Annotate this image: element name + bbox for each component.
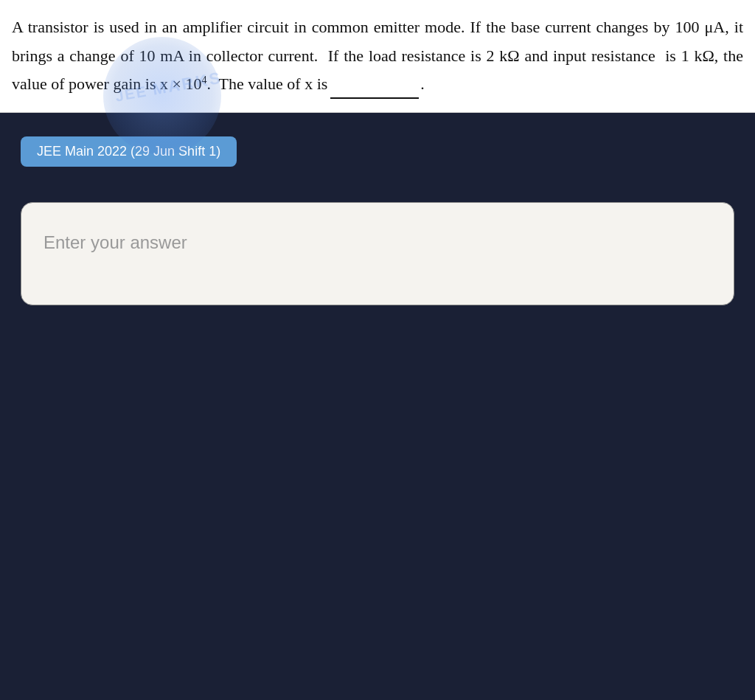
- page-container: A transistor is used in an amplifier cir…: [0, 0, 755, 700]
- tag-container: JEE Main 2022 (29 Jun Shift 1): [21, 136, 237, 167]
- answer-container[interactable]: Enter your answer: [21, 202, 734, 305]
- question-box: A transistor is used in an amplifier cir…: [0, 0, 755, 113]
- question-box-wrapper: A transistor is used in an amplifier cir…: [0, 0, 755, 113]
- answer-input-box[interactable]: Enter your answer: [21, 202, 734, 305]
- answer-placeholder: Enter your answer: [44, 232, 187, 252]
- exam-tag: JEE Main 2022 (29 Jun Shift 1): [21, 136, 237, 167]
- question-text: A transistor is used in an amplifier cir…: [12, 13, 743, 99]
